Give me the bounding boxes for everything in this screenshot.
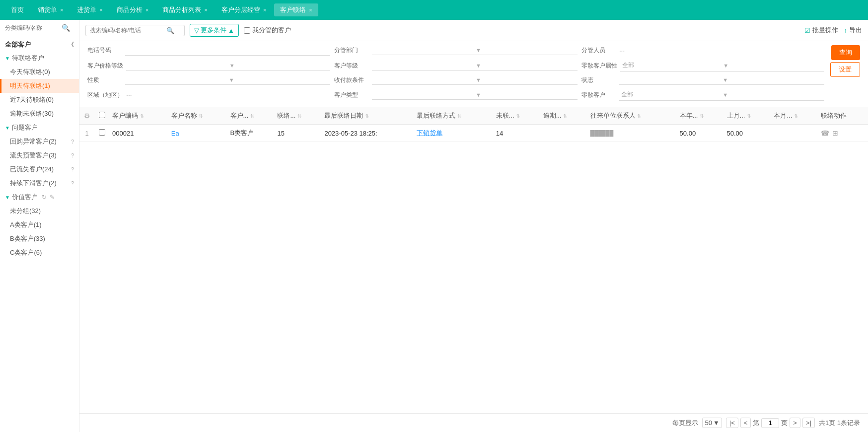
refresh-icon[interactable]: ↻ [42, 194, 47, 201]
nav-product-analysis[interactable]: 商品分析 × [111, 3, 154, 16]
sidebar-item-tomorrow[interactable]: 明天待联络(1) [0, 79, 79, 93]
adv-select-payment[interactable]: ▼ [372, 75, 577, 85]
close-customer-contact-icon[interactable]: × [309, 7, 312, 13]
sort-contact-person-icon: ⇅ [637, 113, 641, 119]
sort-name-icon: ⇅ [199, 113, 203, 119]
sidebar-item-class-c[interactable]: C类客户(6) [0, 246, 79, 260]
adv-field-region: 区域（地区） ··· [87, 91, 330, 99]
adv-filter-row-1: 电话号码 分管部门 ▼ 分管人员 ··· [87, 45, 824, 56]
table-gear-icon[interactable]: ⚙ [84, 112, 90, 120]
close-sales-icon[interactable]: × [60, 7, 63, 13]
table-footer: 每页显示 50 ▼ |< < 第 页 > >| 共1页 1条记录 [79, 413, 868, 432]
sidebar-item-class-b[interactable]: B类客户(33) [0, 232, 79, 246]
filter-bar: 🔍 ▽ 更多条件 ▲ 我分管的客户 ☑ 批量操作 ↑ 导出 [79, 20, 868, 41]
collapse-icon[interactable]: 《 [68, 41, 74, 49]
my-customers-checkbox[interactable] [244, 27, 250, 34]
per-page-select[interactable]: 50 ▼ [702, 418, 722, 428]
th-code: 客户编码 ⇅ [109, 107, 168, 125]
nav-product-analysis-list[interactable]: 商品分析列表 × [156, 3, 213, 16]
edit-value-icon[interactable]: ✎ [50, 194, 55, 201]
th-contact-person: 往来单位联系人 ⇅ [587, 107, 677, 125]
adv-field-price-level: 客户价格等级 ▼ [87, 61, 330, 71]
adv-dots-region[interactable]: ··· [126, 91, 132, 99]
nav-sales[interactable]: 销货单 × [32, 3, 69, 16]
adv-select-cust-type[interactable]: ▼ [372, 90, 577, 100]
sidebar-item-7days[interactable]: 近7天待联络(0) [0, 93, 79, 107]
adv-input-phone[interactable] [125, 45, 330, 56]
adv-select-status[interactable]: ▼ [619, 75, 824, 85]
adv-field-payment: 收付款条件 ▼ [334, 75, 577, 85]
close-product-analysis-icon[interactable]: × [145, 7, 148, 13]
action-phone-icon[interactable]: ☎ [821, 129, 829, 137]
sidebar-item-churned[interactable]: 已流失客户(24) ? [0, 162, 79, 176]
sort-last-month-icon: ⇅ [747, 113, 751, 119]
adv-select-retail-customer[interactable]: 全部 ▼ [619, 89, 824, 101]
nav-home[interactable]: 首页 [5, 3, 30, 16]
top-nav: 首页 销货单 × 进货单 × 商品分析 × 商品分析列表 × 客户分层经营 × … [0, 0, 868, 20]
adv-select-dept[interactable]: ▼ [372, 46, 577, 55]
row-num: 1 [79, 125, 94, 142]
filter-search-box[interactable]: 🔍 [85, 25, 185, 36]
row-checkbox[interactable] [99, 129, 105, 136]
close-product-analysis-list-icon[interactable]: × [204, 7, 207, 13]
th-check [94, 107, 109, 125]
page-first-btn[interactable]: |< [726, 418, 738, 428]
close-customer-stratify-icon[interactable]: × [263, 7, 266, 13]
sidebar-item-today[interactable]: 今天待联络(0) [0, 65, 79, 79]
group-value-customers[interactable]: ▼ 价值客户 ↻ ✎ [0, 190, 79, 204]
sidebar-item-ungrouped[interactable]: 未分组(32) [0, 204, 79, 218]
page-input[interactable] [761, 418, 779, 428]
bulk-op-btn[interactable]: ☑ 批量操作 [804, 26, 838, 35]
adv-label-customer-level: 客户等级 [334, 62, 369, 70]
sidebar-item-overdue[interactable]: 逾期未联络(30) [0, 107, 79, 121]
adv-select-customer-level[interactable]: ▼ [372, 61, 577, 71]
page-last-btn[interactable]: >| [802, 418, 815, 428]
row-last-date: 2023-05-23 18:25: [321, 125, 414, 142]
filter-search-icon[interactable]: 🔍 [166, 27, 174, 34]
sidebar-search-icon[interactable]: 🔍 [62, 24, 70, 32]
my-customers-checkbox-area[interactable]: 我分管的客户 [244, 26, 291, 35]
adv-label-payment: 收付款条件 [334, 76, 369, 84]
triangle-icon: ▼ [5, 56, 10, 61]
adv-filter-row-2: 客户价格等级 ▼ 客户等级 ▼ [87, 60, 824, 72]
group-problem-customers[interactable]: ▼ 问题客户 [0, 121, 79, 135]
th-last-method: 最后联络方式 ⇅ [414, 107, 493, 125]
group-pending-contact[interactable]: ▼ 待联络客户 [0, 51, 79, 65]
row-type: B类客户 [227, 125, 275, 142]
page-nav: |< < 第 页 > >| [726, 418, 815, 428]
sidebar-item-churn-warning[interactable]: 流失预警客户(3) ? [0, 148, 79, 162]
adv-select-retail-attr[interactable]: 全部 ▼ [620, 60, 824, 72]
nav-purchase[interactable]: 进货单 × [71, 3, 108, 16]
more-conditions-btn[interactable]: ▽ 更多条件 ▲ [190, 24, 239, 37]
customers-table: ⚙ 客户编码 ⇅ 客户名称 ⇅ [79, 107, 868, 142]
query-button[interactable]: 查询 [831, 45, 860, 60]
adv-label-cust-type: 客户类型 [334, 91, 369, 99]
sidebar-item-class-a[interactable]: A类客户(1) [0, 218, 79, 232]
sidebar-search-input[interactable] [5, 24, 60, 31]
last-method-link[interactable]: 下销货单 [417, 129, 442, 137]
filter-search-input[interactable] [90, 27, 164, 34]
sidebar-item-declining[interactable]: 持续下滑客户(2) ? [0, 176, 79, 190]
row-overdue [540, 125, 587, 142]
row-last-method[interactable]: 下销货单 [414, 125, 493, 142]
adv-field-person: 分管人员 ··· [581, 46, 824, 55]
nav-customer-contact[interactable]: 客户联络 × [274, 3, 318, 16]
page-prev-btn[interactable]: < [740, 418, 751, 428]
close-purchase-icon[interactable]: × [99, 7, 102, 13]
adv-select-nature[interactable]: ▼ [125, 75, 330, 85]
adv-select-price-level[interactable]: ▼ [126, 61, 330, 71]
action-grid-icon[interactable]: ⊞ [832, 129, 838, 137]
row-this-month [771, 125, 818, 142]
adv-label-price-level: 客户价格等级 [87, 62, 123, 70]
set-button[interactable]: 设置 [830, 62, 860, 77]
nav-customer-stratify[interactable]: 客户分层经营 × [216, 3, 272, 16]
filter-bar-right: ☑ 批量操作 ↑ 导出 [804, 26, 863, 35]
row-check[interactable] [94, 125, 109, 142]
sidebar-item-repurchase[interactable]: 回购异常客户(2) ? [0, 135, 79, 148]
sort-code-icon: ⇅ [140, 113, 144, 119]
select-all-checkbox[interactable] [99, 112, 105, 118]
export-btn[interactable]: ↑ 导出 [844, 26, 863, 35]
page-next-btn[interactable]: > [790, 418, 800, 428]
adv-dots-person[interactable]: ··· [619, 47, 625, 55]
th-last-date: 最后联络日期 ⇅ [321, 107, 414, 125]
